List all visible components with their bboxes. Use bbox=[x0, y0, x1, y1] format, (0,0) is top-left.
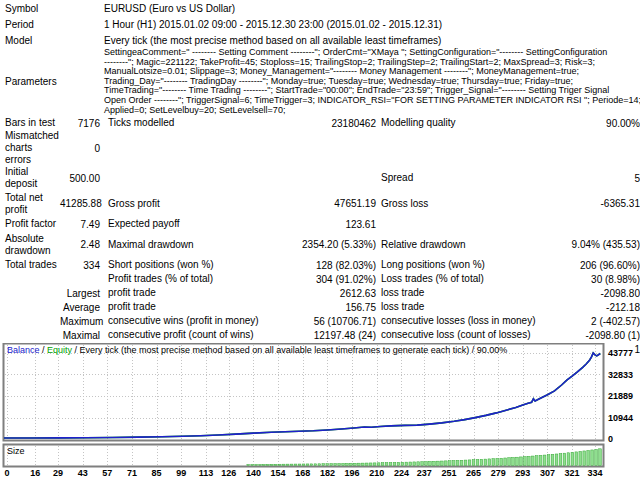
size-bar bbox=[290, 464, 293, 465]
stat-label: Ticks modelled bbox=[108, 117, 286, 129]
stat-label: Long positions (won %) bbox=[381, 259, 541, 271]
size-bar bbox=[571, 452, 574, 465]
header-label: Model bbox=[5, 35, 104, 46]
stat-label: Initial deposit bbox=[5, 166, 60, 190]
parameters-row: Parameters SettingeaComment=" -------- S… bbox=[0, 48, 640, 115]
stat-value: 2 (-402.57) bbox=[541, 316, 640, 327]
y-axis-label: 0 bbox=[608, 434, 613, 444]
size-bar bbox=[551, 454, 554, 465]
size-bar bbox=[429, 461, 432, 465]
size-bar bbox=[381, 463, 384, 466]
size-bar bbox=[275, 464, 278, 465]
size-bar bbox=[535, 456, 538, 466]
size-bar bbox=[401, 462, 404, 465]
size-bar bbox=[267, 464, 270, 465]
stat-label: consecutive profit (count of wins) bbox=[108, 329, 286, 341]
stat-label: consecutive loss (count of losses) bbox=[381, 329, 541, 341]
stat-label: Expected payoff bbox=[108, 218, 286, 230]
stat-value: 9.04% (435.53) bbox=[541, 239, 640, 250]
stat-value: -212.18 bbox=[541, 302, 640, 313]
x-axis-label: 85 bbox=[152, 468, 162, 478]
size-bar bbox=[377, 463, 380, 465]
size-bar bbox=[247, 464, 250, 465]
size-bar bbox=[445, 461, 448, 465]
size-bar bbox=[472, 460, 475, 466]
stat-value: Largest bbox=[60, 288, 100, 299]
stat-label: Maximal drawdown bbox=[108, 239, 286, 251]
stat-label: loss trade bbox=[381, 287, 541, 299]
size-bar bbox=[591, 450, 594, 465]
size-bar bbox=[350, 463, 353, 465]
size-bar bbox=[539, 455, 542, 465]
stat-label: Loss trades (% of total) bbox=[381, 273, 541, 285]
x-axis-label: 334 bbox=[587, 468, 602, 478]
main-plot-frame bbox=[4, 344, 604, 441]
size-bar bbox=[286, 464, 289, 465]
size-bar bbox=[464, 460, 467, 465]
stat-value: 0 bbox=[60, 143, 100, 154]
x-axis-label: 168 bbox=[295, 468, 310, 478]
stat-value: -2098.80 bbox=[541, 288, 640, 299]
size-bar bbox=[480, 459, 483, 465]
y-axis-label: 43777 bbox=[608, 348, 633, 358]
stat-label: consecutive losses (loss in money) bbox=[381, 315, 541, 327]
size-bar bbox=[516, 457, 519, 465]
x-axis-label: 113 bbox=[199, 468, 214, 478]
stat-value: 206 (96.60%) bbox=[541, 260, 640, 271]
stat-value: 128 (82.03%) bbox=[286, 260, 376, 271]
stat-value: 304 (91.02%) bbox=[286, 274, 376, 285]
size-bar bbox=[437, 461, 440, 465]
size-bar bbox=[365, 463, 368, 465]
stat-label: Mismatched charts errors bbox=[5, 130, 60, 166]
x-axis-label: 237 bbox=[417, 468, 432, 478]
size-bar bbox=[488, 459, 491, 465]
stat-value: Maximum bbox=[60, 316, 100, 327]
stat-value: 23180462 bbox=[286, 118, 376, 129]
stat-row: Initial deposit500.00Spread5 bbox=[0, 166, 640, 190]
size-bar bbox=[310, 464, 313, 465]
size-bar bbox=[397, 462, 400, 465]
stat-label: loss trade bbox=[381, 301, 541, 313]
x-axis-label: 43 bbox=[78, 468, 88, 478]
size-bar bbox=[579, 451, 582, 465]
stat-label: Profit factor bbox=[5, 218, 60, 230]
x-axis-label: 126 bbox=[221, 468, 236, 478]
stat-value: 156.75 bbox=[286, 302, 376, 313]
x-axis-label: 293 bbox=[515, 468, 530, 478]
stat-value: Maximal bbox=[60, 330, 100, 341]
x-axis-label: 99 bbox=[176, 468, 186, 478]
size-bar bbox=[504, 458, 507, 465]
size-bar bbox=[342, 463, 345, 465]
stat-label: consecutive wins (profit in money) bbox=[108, 315, 286, 327]
stat-row: Total net profit41285.88Gross profit4765… bbox=[0, 190, 640, 217]
header-value: EURUSD (Euro vs US Dollar) bbox=[104, 3, 640, 14]
header-label: Period bbox=[5, 19, 104, 30]
stat-value: 2612.63 bbox=[286, 288, 376, 299]
size-bar bbox=[575, 452, 578, 465]
balance-equity-chart: Balance / Equity / Every tick (the most … bbox=[0, 343, 640, 480]
size-bar bbox=[524, 457, 527, 466]
stat-value: 41285.88 bbox=[60, 198, 100, 209]
stat-label: Short positions (won %) bbox=[108, 259, 286, 271]
size-bar bbox=[433, 461, 436, 465]
size-bar bbox=[338, 464, 341, 466]
size-bar bbox=[441, 461, 444, 465]
x-axis-label: 224 bbox=[394, 468, 409, 478]
stat-label: Gross loss bbox=[381, 198, 541, 210]
x-axis-label: 154 bbox=[271, 468, 286, 478]
header-value: Every tick (the most precise method base… bbox=[104, 35, 640, 46]
size-bar bbox=[496, 458, 499, 465]
size-bar bbox=[452, 461, 455, 466]
x-axis-label: 265 bbox=[466, 468, 481, 478]
size-bar bbox=[294, 464, 297, 465]
size-bar bbox=[330, 464, 333, 466]
report-header-rows: SymbolEURUSD (Euro vs US Dollar)Period1 … bbox=[0, 0, 640, 48]
size-bar bbox=[583, 451, 586, 465]
size-bar bbox=[508, 458, 511, 466]
size-bar bbox=[334, 464, 337, 466]
size-bar bbox=[251, 464, 254, 465]
stat-value: 7.49 bbox=[60, 219, 100, 230]
header-row: Period1 Hour (H1) 2015.01.02 09:00 - 201… bbox=[0, 16, 640, 32]
x-axis-label: 279 bbox=[491, 468, 506, 478]
size-bar bbox=[543, 455, 546, 465]
